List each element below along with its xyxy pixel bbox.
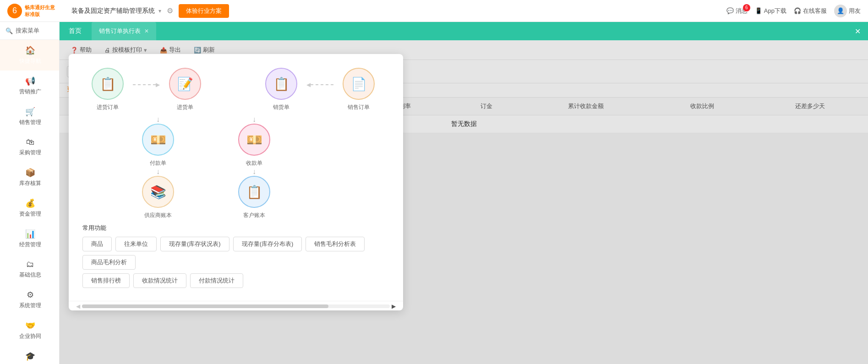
system-icon: ⚙ [27,290,34,300]
func-buttons-row1: 商品 往来单位 现存量(库存状况表) 现存量(库存分布表) 销售毛利分析表 商品… [82,237,389,270]
tab-home[interactable]: 首页 [60,22,91,40]
quick-guide-modal: 📋 进货订单 ▶ [69,54,403,310]
sidebar-item-purchase[interactable]: 🛍 采购管理 [0,132,59,162]
app-download-button[interactable]: 📱 App下载 [755,7,786,15]
func-btn-receipt-stats[interactable]: 收款情况统计 [133,273,186,288]
sidebar-item-marketing[interactable]: 📢 营销推广 [0,71,59,101]
collab-icon: 🤝 [25,321,35,331]
sidebar-item-operations[interactable]: 📊 经营管理 [0,223,59,254]
customer-ledger-icon: 📋 [246,185,262,200]
flow-node-sales-order: 📄 销售订单 [343,68,375,111]
sidebar-item-inventory[interactable]: 📦 库存核算 [0,162,59,193]
message-icon: 💬 [726,7,734,14]
inventory-icon: 📦 [25,168,35,178]
finance-icon: 💰 [25,198,35,208]
marketing-icon: 📢 [25,76,35,86]
avatar-icon: 👤 [834,5,847,17]
func-btn-product[interactable]: 商品 [82,237,112,251]
scroll-left-icon[interactable]: ◀ [76,303,80,310]
func-buttons-row2: 销售排行榜 收款情况统计 付款情况统计 [82,273,389,288]
search-icon: 🔍 [5,27,13,34]
sidebar-item-basic[interactable]: 🗂 基础信息 [0,254,59,284]
sidebar-item-collab[interactable]: 🤝 企业协同 [0,315,59,346]
tab-sales-order-execution[interactable]: 销售订单执行表 ✕ [92,22,156,40]
user-avatar[interactable]: 👤 用友 [834,5,861,17]
func-btn-stock-status[interactable]: 现存量(库存状况表) [160,237,229,251]
payment-icon: 💴 [150,132,166,147]
message-button[interactable]: 💬 消息 6 [726,7,748,15]
sidebar-item-system[interactable]: ⚙ 系统管理 [0,284,59,315]
sidebar-item-quick[interactable]: 🏠 快捷导航 [0,40,59,71]
supplier-ledger-circle: 📚 [142,176,174,208]
scroll-thumb [82,304,328,308]
message-badge: 6 [743,4,750,11]
system-name: 装备及固定资产辅助管理系统 [71,7,155,15]
purchase-icon: 🛍 [26,137,34,147]
func-btn-sales-profit[interactable]: 销售毛利分析表 [306,237,365,251]
sales-order-circle: 📄 [343,68,375,100]
payment-circle: 💴 [142,124,174,156]
settings-icon[interactable]: ⚙ [167,6,173,15]
receipt-circle: 💴 [238,124,270,156]
scroll-track[interactable] [82,304,390,308]
online-service-button[interactable]: 🎧 在线客服 [794,7,827,15]
basic-icon: 🗂 [26,260,34,269]
purchase-order-circle: 📋 [92,68,124,100]
sales-icon: 🛒 [25,107,35,117]
flow-node-payment: 💴 付款单 [142,124,174,167]
func-btn-payment-stats[interactable]: 付款情况统计 [190,273,243,288]
sales-bill-icon: 📋 [273,76,289,92]
flow-node-supplier-ledger: 📚 供应商账本 [142,176,174,219]
modal-overlay: 📋 进货订单 ▶ [60,40,868,364]
sidebar-item-guide[interactable]: 🎓 新手引导 [0,346,59,364]
tab-close-all-icon[interactable]: ✕ [847,27,868,36]
flow-node-sales-bill: 📋 销货单 [265,68,297,111]
purchase-order-icon: 📋 [100,76,116,92]
purchase-bill-circle: 📝 [169,68,201,100]
receipt-icon: 💴 [246,132,262,147]
operations-icon: 📊 [25,229,35,239]
sales-bill-circle: 📋 [265,68,297,100]
download-icon: 📱 [755,7,762,14]
service-icon: 🎧 [794,7,801,14]
guide-icon: 🎓 [25,351,35,361]
quick-nav-icon: 🏠 [25,45,35,55]
scroll-right-icon[interactable]: ▶ [392,303,396,310]
supplier-ledger-icon: 📚 [150,185,166,200]
func-btn-counterpart[interactable]: 往来单位 [115,237,157,251]
system-dropdown-icon[interactable]: ▾ [158,8,161,14]
func-btn-product-profit[interactable]: 商品毛利分析 [82,255,136,270]
func-btn-sales-ranking[interactable]: 销售排行榜 [82,273,130,288]
sidebar-item-sales[interactable]: 🛒 销售管理 [0,101,59,132]
flow-node-purchase-order: 📋 进货订单 [92,68,124,111]
trial-button[interactable]: 体验行业方案 [179,4,229,18]
tab-close-icon[interactable]: ✕ [144,28,149,34]
sidebar-item-finance[interactable]: 💰 资金管理 [0,193,59,223]
customer-ledger-circle: 📋 [238,176,270,208]
search-menu[interactable]: 🔍 搜索菜单 [0,22,59,40]
func-btn-stock-dist[interactable]: 现存量(库存分布表) [233,237,302,251]
flow-node-purchase-bill: 📝 进货单 [169,68,201,111]
common-functions-title: 常用功能 [82,224,389,232]
sales-order-icon: 📄 [351,76,367,92]
app-name: 畅库通好生意 标准版 [25,4,55,17]
flow-node-receipt: 💴 收款单 [238,124,270,167]
purchase-bill-icon: 📝 [177,76,193,92]
flow-node-customer-ledger: 📋 客户账本 [238,176,270,219]
app-logo: 6 [7,4,22,18]
